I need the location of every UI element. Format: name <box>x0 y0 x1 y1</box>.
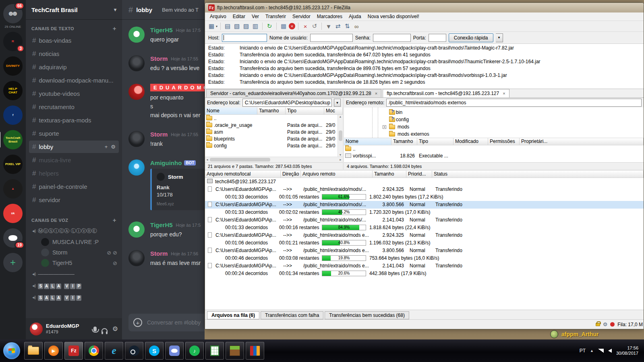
message-author[interactable]: EDUARDOMGP <box>150 84 205 91</box>
username-input[interactable] <box>310 34 353 42</box>
column-header[interactable]: Permissões <box>488 138 520 145</box>
avatar[interactable] <box>128 250 145 266</box>
channel-adquiravip[interactable]: #adquiravip <box>29 61 119 73</box>
column-header[interactable]: Status <box>432 171 644 178</box>
site-manager-icon[interactable]: ▦ <box>207 22 215 30</box>
channel-helpers[interactable]: #helpers <box>29 167 119 180</box>
column-header[interactable]: Arquivo remoto <box>301 171 373 178</box>
column-header[interactable]: Tipo <box>286 108 324 114</box>
password-input[interactable] <box>373 34 411 42</box>
voice-user[interactable]: Storm⊘⊘ <box>26 247 122 258</box>
queue-item[interactable]: C:\Users\EduardoMGP\Ap...-->>/public_htm… <box>205 201 644 209</box>
queue-tab[interactable]: Arquivos na fila (6) <box>207 311 259 319</box>
queue-item[interactable]: C:\Users\EduardoMGP\Ap...-->>/public_htm… <box>205 216 644 224</box>
headphones-icon[interactable] <box>101 328 108 332</box>
channel-settings-icon[interactable]: ⚙ <box>111 144 116 150</box>
message-author[interactable]: Storm <box>150 250 168 257</box>
cancel-icon[interactable]: × <box>289 23 295 29</box>
add-channel-icon[interactable]: + <box>113 217 116 223</box>
column-header[interactable]: Nome <box>344 138 391 145</box>
menu-transferir[interactable]: Transferir <box>262 13 289 20</box>
queue-item[interactable]: C:\Users\EduardoMGP\Ap...-->>/public_htm… <box>205 262 644 270</box>
explorer-icon[interactable] <box>24 342 43 360</box>
tree-node[interactable]: ?bin <box>344 109 644 116</box>
winrar-icon[interactable] <box>246 342 264 360</box>
rail-server-divinity[interactable]: DIVINITY <box>3 56 23 76</box>
toggle-local-tree-icon[interactable]: ▧ <box>233 22 241 30</box>
avatar[interactable] <box>128 84 145 100</box>
toggle-log-icon[interactable]: ▤ <box>224 22 232 30</box>
avatar[interactable] <box>128 221 145 238</box>
file-row[interactable]: .. <box>205 115 343 122</box>
tray-expand-icon[interactable]: ▲ <box>590 349 594 353</box>
avatar[interactable] <box>30 323 43 335</box>
column-header[interactable]: Direção <box>281 171 301 178</box>
channel-painel-de-controle[interactable]: #painel-de-controle <box>29 180 119 193</box>
add-channel-icon[interactable]: + <box>113 25 116 32</box>
server-header[interactable]: TechCraft Brasil ▾ <box>26 0 122 19</box>
message-author[interactable]: Amiguinho <box>150 159 182 166</box>
volume-icon[interactable] <box>608 349 612 353</box>
remote-address-input[interactable]: /public_html/extraido/mods externos <box>386 99 642 107</box>
column-header[interactable]: Proprietári... <box>520 138 644 145</box>
add-server-button[interactable]: + <box>3 253 23 272</box>
column-header[interactable]: Tamanho <box>373 171 406 178</box>
channel-boas-vindas[interactable]: #boas-vindas <box>29 34 119 47</box>
tree-node[interactable]: ?config <box>344 116 644 123</box>
discord-icon[interactable] <box>165 342 184 360</box>
file-row[interactable]: configPasta de arqui...29/0 <box>205 142 343 149</box>
column-header[interactable]: Priorid... <box>406 171 432 178</box>
voice-channel[interactable]: ◄)——————— <box>26 268 122 280</box>
vertical-scrollbar[interactable]: ▲▼ <box>338 115 343 157</box>
menu-ajuda[interactable]: Ajuda <box>346 13 364 20</box>
toggle-remote-tree-icon[interactable]: ▨ <box>242 22 250 30</box>
sync-browse-icon[interactable]: ⇅ <box>343 22 351 30</box>
queue-item[interactable]: C:\Users\EduardoMGP\Ap...-->>/public_htm… <box>205 247 644 254</box>
voice-user[interactable]: TigerH5⊘ <box>26 258 122 268</box>
file-row[interactable]: vorbisspi...18.826Executable ... <box>344 152 644 159</box>
dropdown-arrow-icon[interactable]: ▼ <box>334 99 341 107</box>
voice-channel[interactable]: ◄)ⓂⓊⓈⒾⒸⒶ ⓁⒾⓋⓇⒺ <box>26 225 122 237</box>
discord-home-button[interactable]: ☻☻ 66 <box>3 4 23 23</box>
dropdown-arrow-icon[interactable]: ▾ <box>216 25 217 28</box>
spotify-icon[interactable]: ♪ <box>185 342 204 360</box>
file-row[interactable]: .oracle_jre_usagePasta de arqui...29/0 <box>205 122 343 128</box>
rail-server-triangle[interactable]: ▲ <box>3 179 23 199</box>
column-header[interactable]: Tipo <box>417 138 453 145</box>
start-button[interactable] <box>3 342 20 359</box>
rail-server-pixel-vip[interactable]: PIXEL VIP <box>3 155 23 174</box>
message-author[interactable]: TigerH5 <box>150 221 173 228</box>
column-header[interactable]: Nome <box>205 108 257 114</box>
compare-icon[interactable]: ⇄ <box>334 22 342 30</box>
voice-user[interactable]: MUSICA LIVRE :P <box>26 237 122 247</box>
menu-servidor[interactable]: Servidor <box>289 13 314 20</box>
settings-gear-icon[interactable]: ⚙ <box>112 325 118 333</box>
column-header[interactable]: Tamanho <box>391 138 417 145</box>
attach-file-icon[interactable]: + <box>133 318 142 327</box>
connection-tab[interactable]: Servidor - carlos_eduardovieiraoliveira%… <box>206 89 381 97</box>
rail-server-techcraft-brasil[interactable]: TechCraft Brasil <box>3 130 23 149</box>
message-input[interactable]: + Conversar em #lobby <box>128 314 205 331</box>
voice-channel[interactable]: ◄)SALAVIP <box>26 280 122 292</box>
close-tab-icon[interactable]: × <box>503 91 505 96</box>
queue-tab[interactable]: Transferências com falha <box>261 311 323 319</box>
invite-icon[interactable]: + <box>105 144 108 150</box>
tree-node[interactable]: mods externos <box>344 130 644 138</box>
avatar[interactable] <box>128 131 145 147</box>
port-input[interactable] <box>429 34 446 42</box>
process-queue-icon[interactable]: ▩ <box>280 22 288 30</box>
channel-servidor[interactable]: #servidor <box>29 194 119 206</box>
channel-youtube-videos[interactable]: #youtube-videos <box>29 87 119 100</box>
language-indicator[interactable]: PT <box>580 348 586 354</box>
menu-nova-versao[interactable]: Nova versão disponível! <box>364 13 422 20</box>
filter-icon[interactable]: ▼ <box>325 22 333 30</box>
connection-tab[interactable]: ftp.techcraftbrasil.com - techc845@192.1… <box>383 89 509 97</box>
queue-item[interactable]: C:\Users\EduardoMGP\Ap...-->>/public_htm… <box>205 186 644 193</box>
tree-node[interactable]: +mods <box>344 123 644 130</box>
voice-channels-category[interactable]: CANAIS DE VOZ + <box>26 207 122 225</box>
media-player-icon[interactable]: ▶ <box>44 342 63 360</box>
avatar[interactable] <box>128 159 145 176</box>
message-author[interactable]: Storm <box>150 131 168 138</box>
file-row[interactable]: .. <box>344 145 644 152</box>
quickconnect-dropdown-icon[interactable]: ▼ <box>496 33 503 42</box>
